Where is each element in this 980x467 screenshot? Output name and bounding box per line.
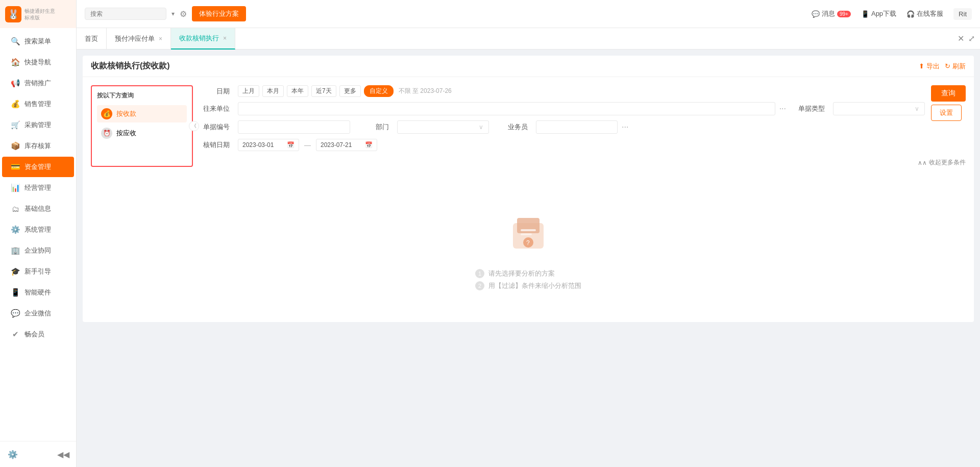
sidebar-item-basic[interactable]: 🗂 基础信息	[2, 199, 74, 219]
sidebar-item-finance[interactable]: 💳 资金管理	[2, 157, 74, 177]
date-dash: —	[302, 141, 313, 149]
inventory-icon: 📦	[10, 141, 20, 151]
filter-right: 日期 上月 本月 本年 近7天 更多 自定义 不限 至 2023-07-26	[199, 85, 966, 167]
tab-prepay-close-icon[interactable]: ×	[159, 35, 162, 42]
tab-receive[interactable]: 收款核销执行 ×	[171, 28, 235, 50]
sidebar-item-system[interactable]: ⚙️ 系统管理	[2, 219, 74, 240]
salesperson-ellipsis[interactable]: ···	[622, 122, 628, 132]
tab-receive-close-icon[interactable]: ×	[223, 35, 227, 42]
doc-type-select[interactable]: ∨	[833, 102, 925, 115]
date-label: 日期	[199, 87, 230, 96]
sidebar-item-wechat[interactable]: 💬 企业微信	[2, 303, 74, 324]
date-btn-this-year[interactable]: 本年	[287, 85, 308, 97]
close-tab-icon[interactable]: ✕	[958, 34, 964, 43]
settings-icon[interactable]: ⚙️	[5, 447, 20, 462]
writeoff-start-value: 2023-03-01	[242, 141, 274, 149]
calendar-end-icon: 📅	[365, 141, 373, 149]
sidebar-item-member[interactable]: ✔ 畅会员	[2, 324, 74, 345]
calendar-start-icon: 📅	[287, 141, 295, 149]
date-btn-more[interactable]: 更多	[339, 85, 361, 97]
svg-rect-3	[521, 233, 532, 235]
sidebar-item-label: 系统管理	[24, 225, 51, 234]
topbar-settings-icon[interactable]: ⚙	[180, 9, 187, 19]
sidebar-item-guide[interactable]: 🎓 新手引导	[2, 261, 74, 282]
dropdown-arrow-icon[interactable]: ▾	[172, 10, 175, 17]
filter-collapse-btn[interactable]: 《	[189, 121, 199, 131]
partner-input[interactable]	[238, 102, 775, 115]
topbar: ▾ ⚙ 体验行业方案 💬 消息 99+ 📱 App下载 🎧 在线客服 Rit	[77, 0, 980, 28]
topbar-left: ▾ ⚙ 体验行业方案	[85, 6, 246, 21]
service-btn[interactable]: 🎧 在线客服	[906, 9, 943, 18]
main-area: ▾ ⚙ 体验行业方案 💬 消息 99+ 📱 App下载 🎧 在线客服 Rit	[77, 0, 980, 467]
receipt-icon: 💰	[101, 108, 112, 119]
tab-right-actions: ✕ ⤢	[958, 34, 980, 43]
guide-icon: 🎓	[10, 266, 20, 277]
search-input[interactable]	[85, 8, 166, 20]
sales-icon: 💰	[10, 99, 20, 109]
hardware-icon: 📱	[10, 287, 20, 298]
expand-tab-icon[interactable]: ⤢	[968, 34, 975, 43]
sidebar-item-search[interactable]: 🔍 搜索菜单	[2, 31, 74, 52]
sidebar-logo: 🐰 畅捷通好生意 标准版	[0, 0, 76, 28]
logo-subtitle: 标准版	[24, 14, 55, 21]
industry-btn[interactable]: 体验行业方案	[192, 6, 246, 21]
filter-option-receipt[interactable]: 💰 按收款	[97, 105, 187, 122]
empty-tip-1: 1 请先选择要分析的方案	[475, 269, 581, 278]
sidebar-item-label: 搜索菜单	[24, 37, 51, 46]
filter-area: 按以下方查询 💰 按收款 ⏰ 按应收 《	[91, 85, 966, 167]
logo-title: 畅捷通好生意	[24, 8, 55, 14]
tab-home-label: 首页	[85, 34, 98, 43]
query-btn[interactable]: 查询	[931, 85, 966, 102]
content-panel: 按以下方查询 💰 按收款 ⏰ 按应收 《	[83, 77, 974, 322]
marketing-icon: 📢	[10, 78, 20, 88]
filter-option-receivable[interactable]: ⏰ 按应收	[97, 125, 187, 142]
filter-option-receipt-label: 按收款	[116, 109, 136, 118]
tab-prepay[interactable]: 预付冲应付单 ×	[107, 28, 171, 50]
sidebar-item-operation[interactable]: 📊 经营管理	[2, 178, 74, 198]
filter-option-receivable-label: 按应收	[116, 129, 136, 138]
sidebar-item-enterprise[interactable]: 🏢 企业协同	[2, 240, 74, 261]
sidebar-item-marketing[interactable]: 📢 营销推广	[2, 73, 74, 93]
dept-select[interactable]: ∨	[397, 120, 489, 134]
user-info[interactable]: Rit	[953, 8, 972, 20]
filter-btn-group: 查询 设置	[931, 85, 966, 121]
refresh-btn[interactable]: ↻ 刷新	[945, 62, 966, 71]
sidebar-item-label: 快捷导航	[24, 58, 51, 67]
partner-input-group: ···	[238, 102, 786, 115]
salesperson-label: 业务员	[497, 122, 528, 132]
writeoff-start-date[interactable]: 2023-03-01 📅	[238, 139, 299, 151]
date-btn-7days[interactable]: 近7天	[311, 85, 336, 97]
partner-ellipsis[interactable]: ···	[779, 104, 786, 113]
tip-num-1: 1	[475, 269, 484, 278]
export-btn[interactable]: ⬆ 导出	[919, 62, 940, 71]
user-name: Rit	[959, 10, 967, 18]
docnum-input[interactable]	[238, 120, 350, 134]
salesperson-input[interactable]	[536, 120, 618, 134]
operation-icon: 📊	[10, 183, 20, 193]
filter-settings-btn[interactable]: 设置	[931, 105, 962, 121]
sidebar-item-label: 经营管理	[24, 183, 51, 192]
app-download-btn[interactable]: 📱 App下载	[861, 9, 896, 18]
sidebar-item-label: 采购管理	[24, 120, 51, 130]
doc-type-select-group: ∨	[833, 102, 925, 115]
doc-type-arrow-icon: ∨	[915, 105, 919, 112]
date-options-group: 上月 本月 本年 近7天 更多 自定义 不限 至 2023-07-26	[238, 85, 452, 97]
sidebar-item-hardware[interactable]: 📱 智能硬件	[2, 282, 74, 303]
sidebar-item-sales[interactable]: 💰 销售管理	[2, 94, 74, 114]
sidebar-item-quicknav[interactable]: 🏠 快捷导航	[2, 52, 74, 72]
member-icon: ✔	[10, 329, 20, 339]
date-btn-this-month[interactable]: 本月	[262, 85, 284, 97]
filter-row-writeoff-date: 核销日期 2023-03-01 📅 — 2023-07-21	[199, 139, 925, 151]
collapse-more-btn[interactable]: ∧∧ 收起更多条件	[199, 158, 966, 167]
sidebar-item-purchase[interactable]: 🛒 采购管理	[2, 115, 74, 135]
collapse-sidebar-icon[interactable]: ◀◀	[56, 447, 71, 462]
sidebar-item-label: 智能硬件	[24, 288, 51, 297]
writeoff-end-date[interactable]: 2023-07-21 📅	[316, 139, 377, 151]
sidebar-item-inventory[interactable]: 📦 库存核算	[2, 136, 74, 156]
basic-icon: 🗂	[10, 204, 20, 214]
date-btn-last-month[interactable]: 上月	[238, 85, 259, 97]
sidebar-item-label: 企业微信	[24, 309, 51, 318]
date-btn-custom[interactable]: 自定义	[364, 85, 394, 97]
tab-home[interactable]: 首页	[77, 28, 107, 50]
message-btn[interactable]: 💬 消息 99+	[812, 9, 851, 18]
